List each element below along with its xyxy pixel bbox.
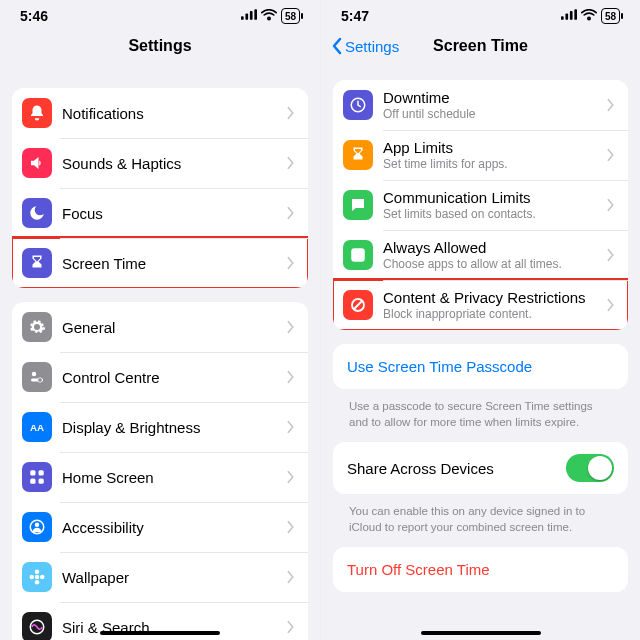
chevron-right-icon xyxy=(606,198,616,212)
status-bar: 5:46 58 xyxy=(0,0,320,26)
flower-icon xyxy=(22,562,52,592)
row-label: Notifications xyxy=(62,105,280,122)
row-always-allowed[interactable]: Always AllowedChoose apps to allow at al… xyxy=(333,230,628,280)
downtime-icon xyxy=(343,90,373,120)
back-label: Settings xyxy=(345,38,399,55)
share-note: You can enable this on any device signed… xyxy=(333,498,628,535)
chevron-right-icon xyxy=(606,298,616,312)
hourglass-icon xyxy=(22,248,52,278)
moon-icon xyxy=(22,198,52,228)
signal-icon xyxy=(561,9,577,23)
chevron-right-icon xyxy=(286,470,296,484)
use-passcode-button[interactable]: Use Screen Time Passcode xyxy=(333,344,628,389)
nosign-icon xyxy=(343,290,373,320)
row-label: Focus xyxy=(62,205,280,222)
row-focus[interactable]: Focus xyxy=(12,188,308,238)
row-downtime[interactable]: DowntimeOff until schedule xyxy=(333,80,628,130)
row-content-privacy-restrictions[interactable]: Content & Privacy RestrictionsBlock inap… xyxy=(333,280,628,330)
chevron-right-icon xyxy=(286,620,296,634)
row-label: Sounds & Haptics xyxy=(62,155,280,172)
row-app-limits[interactable]: App LimitsSet time limits for apps. xyxy=(333,130,628,180)
battery-indicator: 58 xyxy=(281,8,300,24)
row-home-screen[interactable]: Home Screen xyxy=(12,452,308,502)
wifi-icon xyxy=(261,9,277,24)
row-label: Content & Privacy Restrictions xyxy=(383,289,600,306)
bell-icon xyxy=(22,98,52,128)
chevron-right-icon xyxy=(286,420,296,434)
chevron-right-icon xyxy=(286,156,296,170)
chevron-right-icon xyxy=(286,320,296,334)
screen-time-options-group: DowntimeOff until scheduleApp LimitsSet … xyxy=(333,80,628,330)
chevron-right-icon xyxy=(286,106,296,120)
row-subtitle: Block inappropriate content. xyxy=(383,307,600,321)
row-label: Always Allowed xyxy=(383,239,600,256)
chevron-right-icon xyxy=(286,520,296,534)
share-group: Share Across Devices xyxy=(333,442,628,494)
row-label: Wallpaper xyxy=(62,569,280,586)
chevron-right-icon xyxy=(286,370,296,384)
row-screen-time[interactable]: Screen Time xyxy=(12,238,308,288)
chevron-right-icon xyxy=(286,206,296,220)
wifi-icon xyxy=(581,9,597,24)
battery-indicator: 58 xyxy=(601,8,620,24)
screen-time-screen: 5:47 58 Settings Screen Time DowntimeOff… xyxy=(320,0,640,640)
share-label: Share Across Devices xyxy=(347,460,494,477)
chevron-right-icon xyxy=(606,98,616,112)
row-subtitle: Off until schedule xyxy=(383,107,600,121)
aa-icon xyxy=(22,412,52,442)
row-communication-limits[interactable]: Communication LimitsSet limits based on … xyxy=(333,180,628,230)
row-notifications[interactable]: Notifications xyxy=(12,88,308,138)
chat-icon xyxy=(343,190,373,220)
row-label: Downtime xyxy=(383,89,600,106)
check-icon xyxy=(343,240,373,270)
page-title: Settings xyxy=(128,37,191,55)
nav-bar: Settings Screen Time xyxy=(321,26,640,66)
passcode-note: Use a passcode to secure Screen Time set… xyxy=(333,393,628,430)
settings-group-1: NotificationsSounds & HapticsFocusScreen… xyxy=(12,88,308,288)
status-time: 5:46 xyxy=(20,8,48,24)
chevron-right-icon xyxy=(286,256,296,270)
passcode-group: Use Screen Time Passcode xyxy=(333,344,628,389)
row-general[interactable]: General xyxy=(12,302,308,352)
row-wallpaper[interactable]: Wallpaper xyxy=(12,552,308,602)
page-title: Screen Time xyxy=(433,37,528,55)
status-time: 5:47 xyxy=(341,8,369,24)
hourglass-icon xyxy=(343,140,373,170)
chevron-right-icon xyxy=(286,570,296,584)
share-toggle[interactable] xyxy=(566,454,614,482)
chevron-right-icon xyxy=(606,248,616,262)
signal-icon xyxy=(241,9,257,23)
home-indicator[interactable] xyxy=(100,631,220,635)
speaker-icon xyxy=(22,148,52,178)
row-label: Home Screen xyxy=(62,469,280,486)
row-label: Display & Brightness xyxy=(62,419,280,436)
switches-icon xyxy=(22,362,52,392)
siri-icon xyxy=(22,612,52,640)
nav-bar: Settings xyxy=(0,26,320,66)
row-label: App Limits xyxy=(383,139,600,156)
turnoff-group: Turn Off Screen Time xyxy=(333,547,628,592)
chevron-left-icon xyxy=(331,37,343,55)
settings-screen: 5:46 58 Settings NotificationsSounds & H… xyxy=(0,0,320,640)
home-indicator[interactable] xyxy=(421,631,541,635)
row-display-brightness[interactable]: Display & Brightness xyxy=(12,402,308,452)
row-label: Control Centre xyxy=(62,369,280,386)
row-label: Communication Limits xyxy=(383,189,600,206)
share-across-devices-row: Share Across Devices xyxy=(333,442,628,494)
row-subtitle: Choose apps to allow at all times. xyxy=(383,257,600,271)
row-label: Accessibility xyxy=(62,519,280,536)
grid-icon xyxy=(22,462,52,492)
row-label: General xyxy=(62,319,280,336)
back-button[interactable]: Settings xyxy=(331,37,399,55)
row-accessibility[interactable]: Accessibility xyxy=(12,502,308,552)
row-control-centre[interactable]: Control Centre xyxy=(12,352,308,402)
row-subtitle: Set time limits for apps. xyxy=(383,157,600,171)
status-bar: 5:47 58 xyxy=(321,0,640,26)
turn-off-button[interactable]: Turn Off Screen Time xyxy=(333,547,628,592)
row-label: Screen Time xyxy=(62,255,280,272)
gear-icon xyxy=(22,312,52,342)
person-icon xyxy=(22,512,52,542)
settings-group-2: GeneralControl CentreDisplay & Brightnes… xyxy=(12,302,308,640)
chevron-right-icon xyxy=(606,148,616,162)
row-sounds-haptics[interactable]: Sounds & Haptics xyxy=(12,138,308,188)
